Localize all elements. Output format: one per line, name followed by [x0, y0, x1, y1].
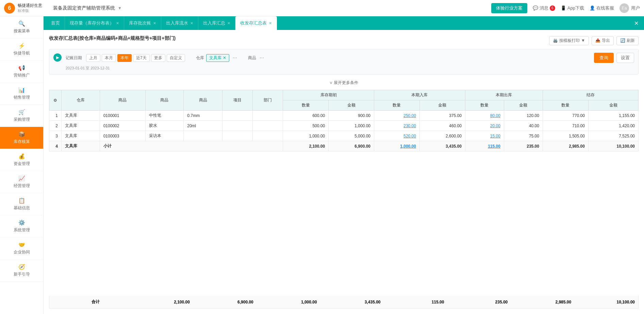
cell-in-qty: 250.00: [374, 111, 420, 121]
date-range-display: 2023-01-01 至 2023-12-31: [66, 66, 634, 71]
warehouse-filter: 仓库 文具库 ✕ ···: [196, 54, 237, 62]
sidebar-item-finance[interactable]: 💰 资金管理: [0, 149, 43, 171]
date-btn-more[interactable]: 更多: [151, 54, 165, 62]
cell-opening-amt: 5,000.00: [329, 131, 374, 141]
subtotal-out-qty: 115.00: [465, 141, 504, 151]
col-goods-code: 商品: [100, 90, 145, 111]
refresh-button[interactable]: 🔄 刷新: [616, 36, 639, 45]
sidebar-label-system: 系统管理: [14, 227, 30, 233]
sidebar-item-inventory[interactable]: 📦 库存核算: [0, 127, 43, 149]
system-title-area: 装备及固定资产辅助管理系统 ▼: [48, 5, 491, 11]
col-project: 项目: [222, 90, 253, 111]
tab-inout-summary-close[interactable]: ✕: [227, 21, 230, 26]
avatar: Ea: [620, 3, 629, 13]
tab-batch-close[interactable]: ✕: [153, 21, 156, 26]
query-button[interactable]: 查询: [594, 53, 614, 63]
footer-out-amt: 235.00: [447, 298, 511, 306]
tab-stock-dist-label: 现存量（库存分布表）: [70, 20, 114, 26]
tab-stock-dist[interactable]: 现存量（库存分布表） ✕: [65, 16, 124, 30]
tab-batch[interactable]: 库存批次账 ✕: [124, 16, 161, 30]
tabbar-close-icon[interactable]: ✕: [631, 20, 641, 27]
subtotal-warehouse: 文具库: [62, 141, 100, 151]
date-btn-this-year[interactable]: 本年: [117, 54, 132, 62]
cell-goods-name: 采访本: [145, 131, 184, 141]
logo-area: 6 畅捷通好生意 标准版: [4, 3, 48, 14]
sidebar-item-operation[interactable]: 📈 经营管理: [0, 171, 43, 193]
footer-in-amt: 3,435.00: [320, 298, 384, 306]
cell-out-qty: 20.00: [465, 121, 504, 131]
purchase-icon: 🛒: [18, 109, 25, 115]
goods-more-btn[interactable]: ···: [260, 55, 264, 61]
tab-bar: 首页 现存量（库存分布表） ✕ 库存批次账 ✕ 出入库流水 ✕ 出入库汇总 ✕ …: [44, 16, 644, 30]
table-footer: 合计 2,100.00 6,900.00 1,000.00 3,435.00 1…: [49, 296, 639, 309]
dropdown-arrow-icon[interactable]: ▼: [118, 6, 122, 11]
col-in-qty: 数量: [374, 100, 420, 111]
cell-opening-qty: 1,000.00: [283, 131, 329, 141]
date-btn-custom[interactable]: 自定义: [167, 54, 185, 62]
tab-inout-flow[interactable]: 出入库流水 ✕: [161, 16, 198, 30]
experience-button[interactable]: 体验行业方案: [491, 3, 527, 13]
expand-more-row[interactable]: ∨ 展开更多条件: [49, 79, 639, 87]
app-download-link[interactable]: 📱 App下载: [561, 5, 584, 11]
cell-index: 1: [49, 111, 62, 121]
system-icon: ⚙️: [18, 219, 25, 226]
cell-opening-amt: 900.00: [329, 111, 374, 121]
col-warehouse: 仓库: [62, 90, 100, 111]
enterprise-icon: 🤝: [18, 242, 25, 248]
refresh-icon: 🔄: [620, 38, 625, 43]
export-button[interactable]: 📤 导出: [592, 36, 614, 45]
cell-out-amt: 40.00: [504, 121, 543, 131]
footer-closing-amt: 10,100.00: [575, 298, 638, 306]
print-dropdown-icon: ▼: [581, 38, 585, 43]
sidebar-item-enterprise[interactable]: 🤝 企业协同: [0, 237, 43, 260]
tab-inout-flow-close[interactable]: ✕: [190, 21, 193, 26]
filter-settings-button[interactable]: 设置: [616, 53, 634, 63]
sidebar-label-search: 搜索菜单: [14, 28, 30, 34]
sidebar-item-system[interactable]: ⚙️ 系统管理: [0, 215, 43, 237]
print-template-button[interactable]: 🖨️ 按模板打印 ▼: [549, 36, 589, 45]
tab-inout-summary[interactable]: 出入库汇总 ✕: [198, 16, 235, 30]
tab-stock-dist-close[interactable]: ✕: [116, 21, 119, 26]
inventory-icon: 📦: [18, 131, 25, 137]
sidebar-item-search[interactable]: 🔍 搜索菜单: [0, 16, 43, 38]
tab-recv-send-close[interactable]: ✕: [269, 21, 272, 26]
date-btn-this-month[interactable]: 本月: [102, 54, 116, 62]
date-btn-7days[interactable]: 近7天: [133, 54, 150, 62]
subtotal-index: 4: [49, 141, 62, 151]
sidebar-item-purchase[interactable]: 🛒 采购管理: [0, 105, 43, 127]
cell-closing-qty: 1,505.00: [543, 131, 588, 141]
date-btn-last-month[interactable]: 上月: [86, 54, 100, 62]
page-content: 收发存汇总表(按仓库+商品编码+商品+规格型号+项目+部门) 🖨️ 按模板打印 …: [44, 30, 644, 314]
expand-chevron-icon: ∨: [329, 80, 333, 85]
filter-collapse-btn[interactable]: ▶: [53, 53, 62, 62]
tab-recv-send[interactable]: 收发存汇总表 ✕: [235, 16, 277, 30]
cell-goods-spec: 20ml: [184, 121, 222, 131]
tab-home[interactable]: 首页: [46, 16, 65, 30]
cell-out-amt: 75.00: [504, 131, 543, 141]
sidebar-item-sales[interactable]: 📊 销售管理: [0, 83, 43, 105]
cell-opening-qty: 500.00: [283, 121, 329, 131]
gear-icon[interactable]: ⚙: [53, 98, 57, 103]
subtotal-in-amt: 3,435.00: [419, 141, 465, 151]
logo-text: 畅捷通好生意 标准版: [18, 3, 42, 13]
message-badge: 6: [550, 5, 555, 11]
online-service-link[interactable]: 👤 在线客服: [590, 5, 614, 11]
cell-closing-amt: 1,155.00: [588, 111, 638, 121]
cell-index: 3: [49, 131, 62, 141]
sidebar-item-quick-nav[interactable]: ⚡ 快捷导航: [0, 38, 43, 61]
subtotal-opening-qty: 2,100.00: [283, 141, 329, 151]
cell-out-qty: 15.00: [465, 131, 504, 141]
sidebar-item-marketing[interactable]: 📢 营销推广: [0, 61, 43, 83]
warehouse-more-btn[interactable]: ···: [233, 55, 237, 61]
footer-opening-qty: 2,100.00: [130, 298, 193, 306]
col-period-in-group: 本期入库: [374, 90, 465, 100]
message-link[interactable]: 💬 消息 6: [533, 5, 555, 11]
sidebar-label-quick-nav: 快捷导航: [14, 50, 30, 56]
subtotal-closing-amt: 10,100.00: [588, 141, 638, 151]
warehouse-tag-close[interactable]: ✕: [223, 55, 226, 60]
tab-batch-label: 库存批次账: [129, 20, 151, 26]
user-area[interactable]: Ea 用户: [620, 3, 640, 13]
sidebar-item-basic[interactable]: 📋 基础信息: [0, 193, 43, 215]
sidebar-item-guide[interactable]: 🧭 新手引导: [0, 260, 43, 282]
logo-icon: 6: [4, 3, 15, 14]
